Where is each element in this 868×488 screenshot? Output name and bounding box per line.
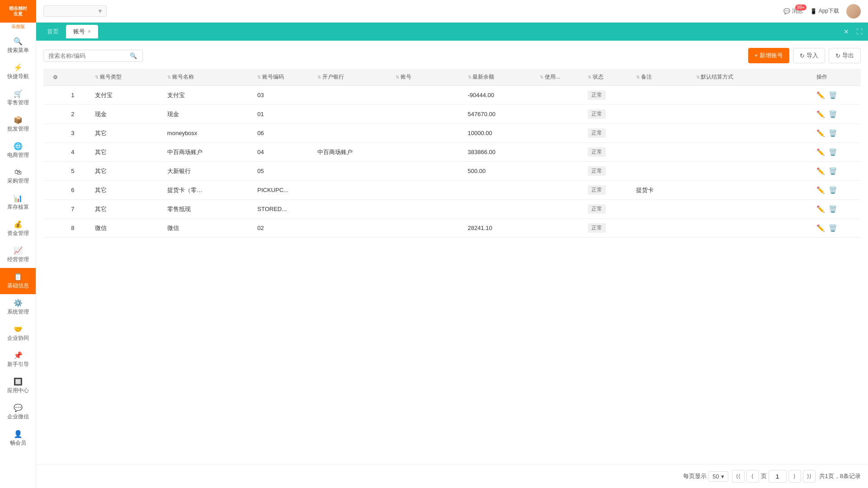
sidebar-item-wholesale-mgmt[interactable]: 📦 批发管理 bbox=[0, 111, 36, 137]
sidebar-item-enterprise-agreement[interactable]: 🤝 企业协同 bbox=[0, 320, 36, 347]
tab-account[interactable]: 账号 × bbox=[66, 25, 98, 38]
ops-mgmt-icon: 📈 bbox=[14, 246, 23, 255]
cell-type: 其它 bbox=[91, 124, 164, 143]
search-input[interactable] bbox=[48, 52, 130, 59]
sidebar-item-retail-mgmt[interactable]: 🛒 零售管理 bbox=[0, 85, 36, 111]
status-badge: 正常 bbox=[588, 128, 606, 138]
tab-close-icon[interactable]: × bbox=[88, 29, 91, 34]
finance-mgmt-icon: 💰 bbox=[14, 220, 23, 229]
col-type[interactable]: ⇅ 账号类型 bbox=[91, 69, 164, 86]
sidebar-item-purchase-mgmt[interactable]: 🛍 采购管理 bbox=[0, 164, 36, 189]
cell-account bbox=[392, 86, 464, 105]
col-status[interactable]: ⇅ 状态 bbox=[584, 69, 632, 86]
search-icon[interactable]: 🔍 bbox=[130, 52, 137, 59]
col-settlement-label: 默认结算方式 bbox=[701, 74, 733, 80]
sidebar-item-label: 经营管理 bbox=[7, 256, 29, 263]
edit-icon[interactable]: ✏️ bbox=[816, 110, 825, 118]
sidebar-item-search-menu[interactable]: 🔍 搜索菜单 bbox=[0, 33, 36, 59]
cell-settings bbox=[43, 219, 67, 238]
edit-icon[interactable]: ✏️ bbox=[816, 186, 825, 194]
notification-button[interactable]: 💬 消息 99+ bbox=[783, 7, 803, 15]
cell-action: ✏️ 🗑️ bbox=[813, 143, 861, 162]
app-download-button[interactable]: 📱 App下载 bbox=[810, 7, 839, 15]
cell-account bbox=[392, 219, 464, 238]
tab-home-label: 首页 bbox=[47, 28, 59, 36]
page-input[interactable] bbox=[769, 470, 787, 483]
edit-icon[interactable]: ✏️ bbox=[816, 148, 825, 156]
search-box[interactable]: 🔍 bbox=[43, 50, 143, 62]
add-account-button[interactable]: + 新增账号 bbox=[748, 48, 789, 63]
delete-icon[interactable]: 🗑️ bbox=[829, 148, 837, 156]
import-button[interactable]: ↻ 导入 bbox=[793, 48, 825, 63]
col-usage[interactable]: ⇅ 使用... bbox=[536, 69, 584, 86]
table-row: 6 其它 提货卡（零… PICKUPC... 正常 提货卡 ✏️ 🗑️ bbox=[43, 181, 861, 200]
cell-usage bbox=[536, 86, 584, 105]
tab-close-all-icon[interactable]: ✕ bbox=[842, 27, 851, 36]
edit-icon[interactable]: ✏️ bbox=[816, 129, 825, 137]
prev-page-button[interactable]: ⟨ bbox=[746, 470, 759, 483]
tab-expand-icon[interactable]: ⛶ bbox=[854, 27, 864, 36]
sidebar-item-label: 应用中心 bbox=[7, 387, 29, 394]
app-center-icon: 🔲 bbox=[14, 377, 23, 386]
avatar[interactable] bbox=[846, 4, 861, 19]
cell-type: 支付宝 bbox=[91, 86, 164, 105]
first-page-button[interactable]: ⟨⟨ bbox=[732, 470, 745, 483]
cell-code: 02 bbox=[254, 219, 314, 238]
tab-home[interactable]: 首页 bbox=[40, 25, 66, 38]
next-page-button[interactable]: ⟩ bbox=[788, 470, 801, 483]
col-bank[interactable]: ⇅ 开户银行 bbox=[314, 69, 392, 86]
export-button[interactable]: ↻ 导出 bbox=[829, 48, 861, 63]
page-size-select: 每页显示 50 ▾ bbox=[683, 471, 728, 482]
col-remark[interactable]: ⇅ 备注 bbox=[632, 69, 693, 86]
pagination: 每页显示 50 ▾ ⟨⟨ ⟨ 页 ⟩ ⟩⟩ 共1页，8条记录 bbox=[36, 464, 868, 488]
col-code[interactable]: ⇅ 账号编码 bbox=[254, 69, 314, 86]
cell-bank bbox=[314, 124, 392, 143]
cell-code: STORED... bbox=[254, 200, 314, 219]
sidebar-item-label: 系统管理 bbox=[7, 308, 29, 316]
cell-usage bbox=[536, 143, 584, 162]
sidebar-item-enterprise-wechat[interactable]: 💬 企业微信 bbox=[0, 399, 36, 425]
last-page-button[interactable]: ⟩⟩ bbox=[803, 470, 816, 483]
delete-icon[interactable]: 🗑️ bbox=[829, 91, 837, 99]
top-search-box[interactable]: ▼ bbox=[43, 5, 107, 17]
sidebar-item-quick-nav[interactable]: ⚡ 快捷导航 bbox=[0, 59, 36, 85]
col-name[interactable]: ⇅ 账号名称 bbox=[164, 69, 254, 86]
sidebar-item-member[interactable]: 👤 畅会员 bbox=[0, 425, 36, 451]
cell-settings bbox=[43, 124, 67, 143]
cell-settings bbox=[43, 105, 67, 124]
status-badge: 正常 bbox=[588, 223, 606, 233]
sidebar-item-basic-info[interactable]: 📋 基础信息 bbox=[0, 268, 36, 294]
cell-balance: 547670.00 bbox=[464, 105, 537, 124]
delete-icon[interactable]: 🗑️ bbox=[829, 129, 837, 137]
new-guide-icon: 📌 bbox=[14, 351, 23, 360]
delete-icon[interactable]: 🗑️ bbox=[829, 110, 837, 118]
edit-icon[interactable]: ✏️ bbox=[816, 205, 825, 213]
sidebar-item-new-guide[interactable]: 📌 新手引导 bbox=[0, 347, 36, 373]
cell-account bbox=[392, 105, 464, 124]
sidebar-item-ops-mgmt[interactable]: 📈 经营管理 bbox=[0, 242, 36, 268]
sidebar-item-finance-mgmt[interactable]: 💰 资金管理 bbox=[0, 216, 36, 242]
col-settlement[interactable]: ⇅ 默认结算方式 bbox=[693, 69, 813, 86]
delete-icon[interactable]: 🗑️ bbox=[829, 186, 837, 194]
top-search-input[interactable] bbox=[47, 8, 97, 14]
sidebar-item-system-mgmt[interactable]: ⚙️ 系统管理 bbox=[0, 294, 36, 320]
edit-icon[interactable]: ✏️ bbox=[816, 167, 825, 175]
col-remark-label: 备注 bbox=[641, 74, 652, 80]
edit-icon[interactable]: ✏️ bbox=[816, 91, 825, 99]
cell-num: 2 bbox=[67, 105, 91, 124]
col-account[interactable]: ⇅ 账号 bbox=[392, 69, 464, 86]
col-balance[interactable]: ⇅ 最新余额 bbox=[464, 69, 537, 86]
cell-account bbox=[392, 181, 464, 200]
col-settings[interactable]: ⚙ bbox=[43, 69, 67, 86]
col-name-label: 账号名称 bbox=[172, 74, 194, 80]
cell-action: ✏️ 🗑️ bbox=[813, 124, 861, 143]
edit-icon[interactable]: ✏️ bbox=[816, 224, 825, 232]
delete-icon[interactable]: 🗑️ bbox=[829, 205, 837, 213]
sidebar-item-ecommerce-mgmt[interactable]: 🌐 电商管理 bbox=[0, 137, 36, 164]
delete-icon[interactable]: 🗑️ bbox=[829, 167, 837, 175]
sidebar-item-inventory[interactable]: 📊 库存核算 bbox=[0, 189, 36, 216]
cell-name: 大新银行 bbox=[164, 162, 254, 181]
page-size-box[interactable]: 50 ▾ bbox=[708, 471, 728, 482]
delete-icon[interactable]: 🗑️ bbox=[829, 224, 837, 232]
sidebar-item-app-center[interactable]: 🔲 应用中心 bbox=[0, 373, 36, 399]
